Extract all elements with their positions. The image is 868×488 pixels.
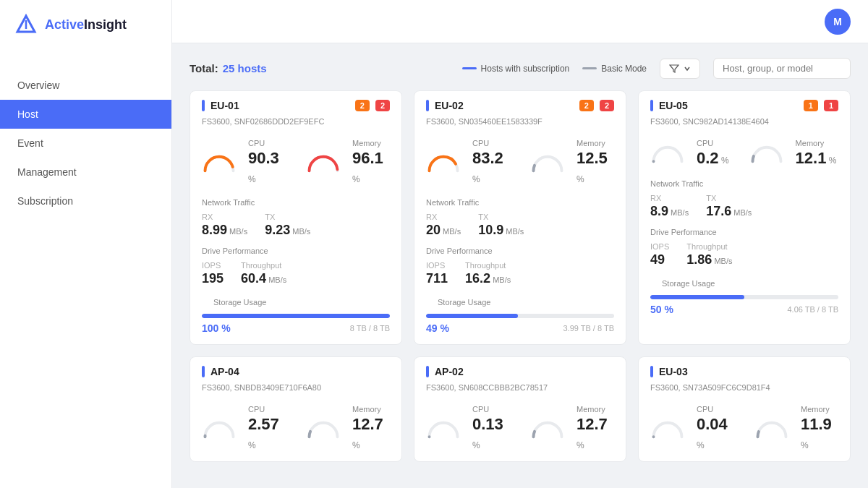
tx-value: 9.23 MB/s [265,223,310,238]
card-subtitle: FS3600, SNBDB3409E710F6A80 [190,383,401,399]
drive-row: IOPS 195 Throughput 60.4 MB/s [190,258,401,292]
storage-detail: 3.99 TB / 8 TB [563,324,614,333]
toolbar-right: Hosts with subscription Basic Mode [462,58,851,79]
gauge-svg [202,151,237,174]
card-header: EU-02 22 [414,91,626,117]
card-header: EU-01 22 [190,91,401,117]
card-id: EU-01 [210,100,349,111]
tx-item: TX 9.23 MB/s [265,213,310,238]
drive-label: Drive Performance [414,244,626,258]
storage-bar-bg [650,295,838,299]
throughput-value: 60.4 MB/s [241,271,286,286]
card-id: AP-02 [435,366,614,377]
memory-gauge-item [306,405,341,453]
throughput-label: Throughput [686,242,732,251]
iops-value: 195 [202,271,224,286]
tx-value: 10.9 MB/s [478,223,524,238]
card-subtitle: FS3600, SN035460EE1583339F [414,117,626,133]
filter-input[interactable] [713,58,851,79]
cpu-label: CPU [697,139,729,147]
card-id: AP-04 [210,366,390,377]
cpu-gauge-item [426,405,461,453]
storage-row: 50 % 4.06 TB / 8 TB [650,304,838,315]
memory-value: 12.7 % [576,415,614,453]
badge-warn: 2 [579,100,594,111]
toolbar: Total: 25 hosts Hosts with subscription … [190,58,851,79]
host-count-label: Total: 25 hosts [190,62,267,74]
storage-pct: 50 % [650,304,673,315]
legend-basic-line [582,67,597,69]
sidebar-item-host[interactable]: Host [0,100,171,129]
cpu-label: CPU [697,405,734,414]
sidebar-item-subscription[interactable]: Subscription [0,187,171,215]
cpu-value: 0.13 % [472,415,510,453]
sidebar-item-overview[interactable]: Overview [0,71,171,100]
legend-basic: Basic Mode [582,64,647,74]
cpu-metric: CPU 0.2 % [697,139,729,168]
throughput-label: Throughput [465,261,511,270]
legend-subscription-line [462,67,477,69]
cpu-metric: CPU 83.2 % [472,139,510,187]
cpu-value: 83.2 % [472,149,510,187]
memory-gauge-item [306,139,341,187]
filter-button[interactable] [660,59,700,79]
storage-bar-fill [202,314,390,318]
memory-gauge-item [530,405,565,453]
content-area: Total: 25 hosts Hosts with subscription … [172,43,868,488]
cpu-label: CPU [472,139,510,147]
tx-label: TX [265,213,310,221]
gauges-row: CPU 83.2 % Memory 12.5 % [414,133,626,195]
memory-gauge-item [754,405,789,453]
storage-section: Storage Usage 100 % 8 TB / 8 TB [190,292,401,344]
badge-error: 2 [375,100,390,111]
memory-label: Memory [352,405,390,414]
memory-metric: Memory 12.5 % [576,139,614,187]
card-header: AP-04 [190,357,401,383]
throughput-value: 1.86 MB/s [686,252,732,267]
throughput-label: Throughput [241,261,286,270]
card-accent [650,100,653,111]
tx-item: TX 10.9 MB/s [478,213,524,238]
drive-label: Drive Performance [639,225,850,239]
gauge-svg [202,417,237,440]
card-id: EU-03 [659,366,838,377]
network-row: RX 8.99 MB/s TX 9.23 MB/s [190,210,401,244]
memory-metric: Memory 12.1 % [796,139,837,168]
storage-detail: 8 TB / 8 TB [350,324,390,333]
iops-value: 49 [650,252,669,267]
sidebar: ActiveInsight Overview Host Event Manage… [0,0,172,488]
sidebar-item-event[interactable]: Event [0,129,171,158]
throughput-item: Throughput 60.4 MB/s [241,261,286,286]
memory-value: 12.1 % [796,149,837,168]
cpu-label: CPU [248,405,286,414]
gauges-row: CPU 0.13 % Memory 12.7 % [414,399,626,461]
memory-metric: Memory 12.7 % [352,405,390,453]
iops-item: IOPS 49 [650,242,669,267]
filter-icon [669,64,679,74]
logo-text: ActiveInsight [45,17,127,33]
iops-item: IOPS 195 [202,261,224,286]
memory-value: 12.7 % [352,415,390,453]
avatar[interactable]: M [825,9,851,35]
network-row: RX 8.9 MB/s TX 17.6 MB/s [639,191,850,225]
card-header: EU-03 [639,357,850,383]
badge-error: 2 [600,100,614,111]
gauge-svg [749,142,784,164]
top-header: M [172,0,868,43]
sidebar-item-management[interactable]: Management [0,158,171,187]
drive-label: Drive Performance [190,244,401,258]
cpu-value: 0.2 % [697,149,729,168]
storage-pct: 100 % [202,322,231,334]
gauge-svg [650,417,685,440]
storage-detail: 4.06 TB / 8 TB [787,305,838,314]
dropdown-icon [684,65,691,72]
tx-value: 17.6 MB/s [706,204,752,219]
memory-label: Memory [576,405,614,414]
memory-metric: Memory 11.9 % [801,405,838,453]
rx-item: RX 20 MB/s [426,213,461,238]
host-card: EU-01 22 FS3600, SNF02686DDD2EF9EFC CPU … [190,90,402,345]
memory-value: 11.9 % [801,415,838,453]
legend-subscription-label: Hosts with subscription [481,64,570,74]
storage-section: Storage Usage 50 % 4.06 TB / 8 TB [639,273,850,325]
tx-label: TX [706,194,752,202]
